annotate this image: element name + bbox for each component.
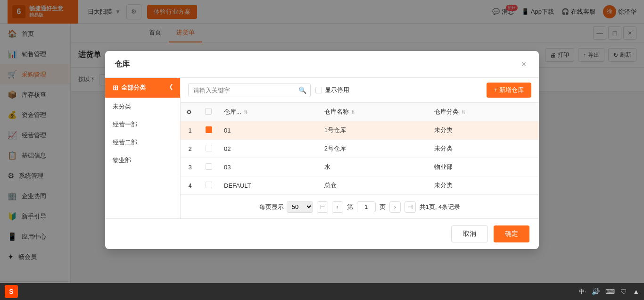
modal-toolbar: 🔍 显示停用 + 新增仓库 [181, 78, 539, 103]
taskbar: S 中· 🔊 ⌨ 🛡 ▲ [0, 283, 644, 300]
row-code: DEFAULT [218, 176, 319, 195]
page-next-button[interactable]: › [389, 201, 401, 213]
page-total: 共1页, 4条记录 [420, 203, 461, 211]
row-num: 1 [181, 121, 199, 140]
row-category: 未分类 [429, 176, 539, 195]
page-prev-button[interactable]: ‹ [332, 201, 343, 213]
grid-icon: ⊞ [113, 84, 118, 92]
th-category[interactable]: 仓库分类 ⇅ [429, 103, 539, 121]
category-header[interactable]: ⊞ 全部分类 《 [105, 78, 180, 98]
cancel-button[interactable]: 取消 [451, 225, 488, 242]
sort-icon: ⇅ [462, 109, 465, 115]
modal-title: 仓库 [115, 59, 130, 69]
row-checkbox[interactable] [206, 182, 212, 188]
taskbar-lang-icon[interactable]: 中· [579, 288, 586, 296]
th-gear[interactable]: ⚙ [181, 103, 199, 121]
table-body: 1 01 1号仓库 未分类 2 02 2号仓库 未分类 3 03 水 物业部 4 [181, 121, 539, 195]
row-category: 未分类 [429, 121, 539, 140]
table-row[interactable]: 3 03 水 物业部 [181, 158, 539, 176]
row-num: 4 [181, 176, 199, 195]
row-checkbox[interactable] [206, 163, 212, 170]
category-item-property[interactable]: 物业部 [105, 151, 180, 169]
taskbar-audio-icon[interactable]: 🔊 [592, 288, 600, 295]
row-code: 01 [218, 121, 319, 140]
search-input[interactable] [189, 84, 295, 97]
row-category: 物业部 [429, 158, 539, 176]
table-row[interactable]: 2 02 2号仓库 未分类 [181, 140, 539, 158]
new-warehouse-button[interactable]: + 新增仓库 [487, 83, 531, 98]
table-row[interactable]: 4 DEFAULT 总仓 未分类 [181, 176, 539, 195]
search-input-wrap: 🔍 [188, 83, 311, 97]
show-disabled-checkbox[interactable] [315, 87, 322, 93]
show-disabled-label: 显示停用 [325, 86, 349, 94]
page-first-button[interactable]: ⊢ [317, 201, 328, 213]
modal-pagination: 每页显示 50 10 20 100 ⊢ ‹ 第 页 › ⊣ [181, 195, 539, 218]
taskbar-security-icon[interactable]: 🛡 [620, 288, 627, 295]
row-num: 3 [181, 158, 199, 176]
th-code[interactable]: 仓库... ⇅ [218, 103, 319, 121]
modal-header: 仓库 × [105, 51, 539, 78]
taskbar-up-icon[interactable]: ▲ [633, 288, 639, 295]
table-header-row: ⚙ 仓库... ⇅ 仓库名称 ⇅ [181, 103, 539, 121]
row-name: 2号仓库 [319, 140, 429, 158]
row-code: 03 [218, 158, 319, 176]
row-checkbox[interactable] [206, 145, 212, 151]
row-name: 水 [319, 158, 429, 176]
category-item-unclassified[interactable]: 未分类 [105, 98, 180, 116]
taskbar-logo: S [5, 285, 18, 298]
table-scroll: ⚙ 仓库... ⇅ 仓库名称 ⇅ [181, 103, 539, 195]
category-panel: ⊞ 全部分类 《 未分类 经营一部 经营二部 物业部 [105, 78, 181, 218]
warehouse-modal: 仓库 × ⊞ 全部分类 《 未分类 经营一部 经营二部 物业部 [105, 51, 539, 249]
page-label: 第 [347, 203, 353, 211]
confirm-button[interactable]: 确定 [494, 225, 529, 242]
row-category: 未分类 [429, 140, 539, 158]
sort-icon: ⇅ [351, 109, 355, 115]
page-size-select[interactable]: 50 10 20 100 [287, 201, 313, 213]
row-code: 02 [218, 140, 319, 158]
page-per: 每页显示 50 10 20 100 [259, 201, 313, 213]
row-num: 2 [181, 140, 199, 158]
show-disabled-wrap: 显示停用 [315, 86, 349, 94]
modal-close-button[interactable]: × [518, 58, 529, 70]
page-unit: 页 [380, 203, 386, 211]
page-last-button[interactable]: ⊣ [405, 201, 416, 213]
modal-body: ⊞ 全部分类 《 未分类 经营一部 经营二部 物业部 🔍 [105, 78, 539, 218]
table-row[interactable]: 1 01 1号仓库 未分类 [181, 121, 539, 140]
modal-overlay: 仓库 × ⊞ 全部分类 《 未分类 经营一部 经营二部 物业部 [0, 0, 644, 300]
th-check [199, 103, 218, 121]
row-checkbox[interactable] [206, 126, 212, 133]
taskbar-keyboard-icon[interactable]: ⌨ [605, 288, 615, 295]
th-name[interactable]: 仓库名称 ⇅ [319, 103, 429, 121]
modal-footer: 取消 确定 [105, 218, 539, 249]
row-name: 总仓 [319, 176, 429, 195]
taskbar-icons: 中· 🔊 ⌨ 🛡 ▲ [579, 288, 639, 296]
row-name: 1号仓库 [319, 121, 429, 140]
collapse-button[interactable]: 《 [166, 83, 173, 92]
select-all-checkbox[interactable] [205, 108, 212, 115]
sort-icon: ⇅ [244, 109, 248, 115]
modal-content-right: 🔍 显示停用 + 新增仓库 ⚙ [181, 78, 539, 218]
page-number-input[interactable] [357, 201, 376, 212]
warehouse-table: ⚙ 仓库... ⇅ 仓库名称 ⇅ [181, 103, 539, 195]
category-item-ops2[interactable]: 经营二部 [105, 133, 180, 151]
category-item-ops1[interactable]: 经营一部 [105, 116, 180, 133]
search-icon[interactable]: 🔍 [295, 83, 310, 97]
